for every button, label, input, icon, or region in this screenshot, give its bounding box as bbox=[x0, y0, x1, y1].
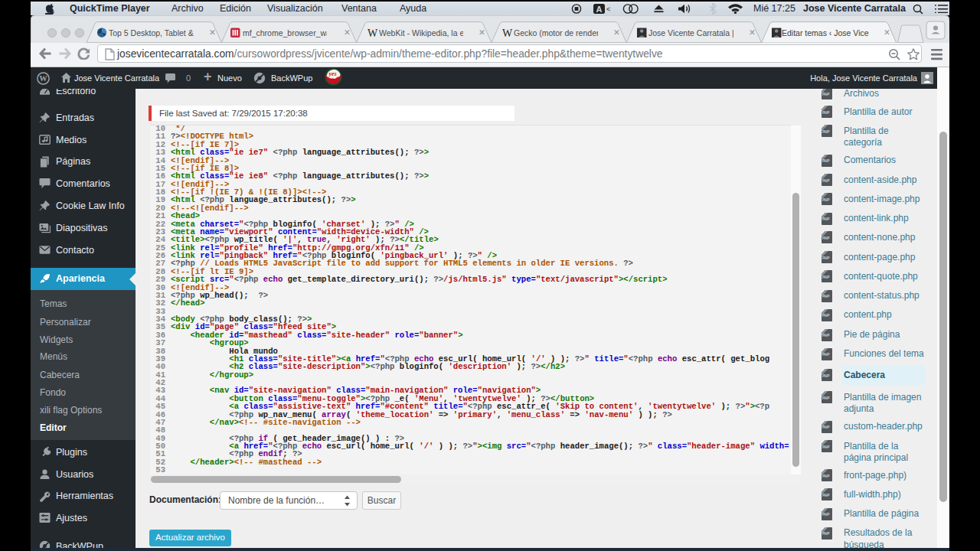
svg-text:yes: yes bbox=[328, 70, 336, 77]
svg-text:W: W bbox=[39, 74, 47, 83]
svg-text:W: W bbox=[368, 28, 378, 39]
svg-text:<: < bbox=[606, 5, 610, 13]
svg-text:A: A bbox=[596, 5, 603, 14]
svg-text:W: W bbox=[502, 28, 513, 39]
